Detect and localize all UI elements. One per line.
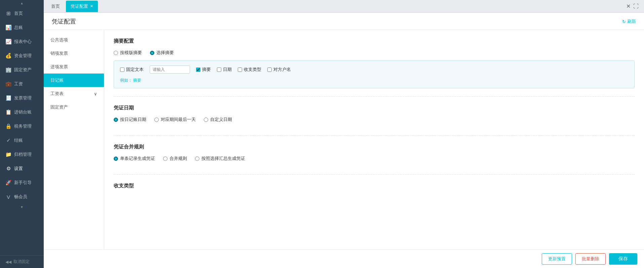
date-radio-group: 按日记账日期 对应期间最后一天 自定义日期 <box>114 117 635 123</box>
select-merge-input[interactable] <box>195 157 199 161</box>
settlement-icon: ✓ <box>5 137 11 143</box>
merge-section: 凭证合并规则 单条记录生成凭证 合并规则 按照选择汇总生成凭证 <box>114 144 635 175</box>
page-header: 凭证配置 ↻ 刷新 <box>44 13 644 30</box>
merge-rule-label: 合并规则 <box>169 155 187 162</box>
single-record-label: 单条记录生成凭证 <box>120 155 155 162</box>
sidebar-item-label: 资金管理 <box>14 53 32 59</box>
summary-input[interactable] <box>196 68 200 72</box>
refresh-button[interactable]: ↻ 刷新 <box>622 18 636 25</box>
last-day-label: 对应期间最后一天 <box>161 117 196 123</box>
update-preview-button[interactable]: 更新预置 <box>542 253 572 265</box>
invoice-mgmt-icon: 🧾 <box>5 95 11 101</box>
sidebar-item-reports[interactable]: 📈 报表中心 <box>0 35 44 49</box>
left-nav-salary-table-label: 工资表 <box>50 91 64 97</box>
income-type-section: 收支类型 <box>114 183 635 203</box>
sidebar-item-tax[interactable]: 🔒 税务管理 <box>0 119 44 133</box>
select-summary-label: 选择摘要 <box>156 50 174 56</box>
template-summary-input[interactable] <box>114 51 118 55</box>
counterpart-checkbox[interactable]: 对方户名 <box>267 66 291 73</box>
window-maximize-button[interactable]: ⛶ <box>633 3 639 9</box>
left-nav-fixed-assets[interactable]: 固定资产 <box>44 100 104 114</box>
sidebar-item-label: 税务管理 <box>14 123 32 129</box>
chevron-down-icon: ∨ <box>94 91 97 96</box>
counterpart-input[interactable] <box>267 68 272 72</box>
sidebar-item-ledger[interactable]: 📊 总账 <box>0 20 44 35</box>
summary-checkbox[interactable]: 摘要 <box>196 66 211 73</box>
right-content: 摘要配置 按模版摘要 选择摘要 <box>104 30 644 250</box>
sidebar-item-vip[interactable]: V 畅会员 <box>0 190 44 204</box>
funds-icon: 💰 <box>5 53 11 59</box>
by-journal-date-input[interactable] <box>114 118 118 122</box>
tab-close-icon[interactable]: ✕ <box>90 4 93 8</box>
preview-text: 例如： 摘要 <box>120 78 628 83</box>
sidebar-item-settlement[interactable]: ✓ 结账 <box>0 133 44 147</box>
fixed-text-checkbox[interactable]: 固定文本 <box>120 66 144 73</box>
date-checkbox[interactable]: 日期 <box>217 66 232 73</box>
sidebar-scroll-down[interactable]: ▼ <box>0 204 44 210</box>
tab-home[interactable]: 首页 <box>46 1 65 12</box>
home-icon: ⊞ <box>5 10 11 16</box>
sidebar-item-funds[interactable]: 💰 资金管理 <box>0 49 44 63</box>
archive-icon: 📁 <box>5 151 11 158</box>
date-section: 凭证日期 按日记账日期 对应期间最后一天 自定义日期 <box>114 105 635 136</box>
tab-voucher-config[interactable]: 凭证配置 ✕ <box>66 1 98 12</box>
preview-value: 摘要 <box>133 78 141 83</box>
single-record-radio[interactable]: 单条记录生成凭证 <box>114 155 155 162</box>
last-day-input[interactable] <box>154 118 159 122</box>
left-nav-purchase-invoice[interactable]: 进项发票 <box>44 60 104 74</box>
sidebar-item-invoice-mgmt[interactable]: 🧾 发票管理 <box>0 91 44 105</box>
sidebar-item-label: 首页 <box>14 10 23 16</box>
left-nav-journal-label: 日记账 <box>50 77 64 83</box>
left-nav-journal[interactable]: 日记账 <box>44 74 104 87</box>
fixed-text-input[interactable] <box>120 68 124 72</box>
sidebar-item-archive[interactable]: 📁 归档管理 <box>0 147 44 162</box>
cancel-fixed-label: 取消固定 <box>13 259 30 265</box>
cancel-fixed-button[interactable]: ◀◀ 取消固定 <box>0 255 44 268</box>
date-label: 日期 <box>223 66 232 73</box>
checkbox-row: 固定文本 摘要 日期 <box>120 65 628 74</box>
tab-home-label: 首页 <box>51 3 60 9</box>
merge-rule-input[interactable] <box>163 157 167 161</box>
single-record-input[interactable] <box>114 157 118 161</box>
sidebar-item-label: 工资 <box>14 81 23 87</box>
sidebar-item-guide[interactable]: 🚀 新手引导 <box>0 176 44 190</box>
select-merge-radio[interactable]: 按照选择汇总生成凭证 <box>195 155 245 162</box>
batch-delete-button[interactable]: 批量删除 <box>575 253 606 265</box>
sidebar-item-label: 进销台账 <box>14 109 32 115</box>
custom-date-input[interactable] <box>204 118 208 122</box>
left-nav-salary-table[interactable]: 工资表 ∨ <box>44 87 104 100</box>
save-button[interactable]: 保存 <box>609 253 637 265</box>
window-close-button[interactable]: ✕ <box>626 3 631 9</box>
template-summary-label: 按模版摘要 <box>120 50 142 56</box>
sidebar-item-label: 总账 <box>14 25 23 31</box>
fixed-text-field[interactable] <box>150 65 190 74</box>
left-nav-sales-invoice[interactable]: 销项发票 <box>44 47 104 60</box>
last-day-radio[interactable]: 对应期间最后一天 <box>154 117 196 123</box>
left-nav-public-label: 公共选项 <box>50 37 68 43</box>
select-summary-input[interactable] <box>150 51 154 55</box>
sidebar-item-home[interactable]: ⊞ 首页 <box>0 6 44 20</box>
custom-date-radio[interactable]: 自定义日期 <box>204 117 232 123</box>
summary-section: 摘要配置 按模版摘要 选择摘要 <box>114 38 635 97</box>
sidebar-item-assets[interactable]: 🏢 固定资产 <box>0 63 44 77</box>
refresh-icon: ↻ <box>622 19 626 24</box>
select-summary-radio[interactable]: 选择摘要 <box>150 50 174 56</box>
left-nav-public[interactable]: 公共选项 <box>44 33 104 47</box>
template-summary-radio[interactable]: 按模版摘要 <box>114 50 142 56</box>
date-input[interactable] <box>217 68 221 72</box>
sidebar-item-salary[interactable]: 💼 工资 <box>0 77 44 91</box>
left-nav-purchase-invoice-label: 进项发票 <box>50 64 68 70</box>
by-journal-date-radio[interactable]: 按日记账日期 <box>114 117 146 123</box>
summary-label: 摘要 <box>202 66 211 73</box>
income-type-input[interactable] <box>238 68 242 72</box>
sidebar-scroll-up[interactable]: ▲ <box>0 0 44 6</box>
left-nav-sales-invoice-label: 销项发票 <box>50 50 68 56</box>
tab-voucher-config-label: 凭证配置 <box>71 3 88 9</box>
income-type-checkbox[interactable]: 收支类型 <box>238 66 261 73</box>
sidebar-item-label: 畅会员 <box>14 194 27 200</box>
sidebar-item-label: 新手引导 <box>14 180 32 186</box>
merge-rule-radio[interactable]: 合并规则 <box>163 155 187 162</box>
sidebar-item-settings[interactable]: ⚙ 设置 <box>0 162 44 176</box>
sidebar-item-sales-ledger[interactable]: 📋 进销台账 <box>0 105 44 119</box>
salary-icon: 💼 <box>5 81 11 87</box>
